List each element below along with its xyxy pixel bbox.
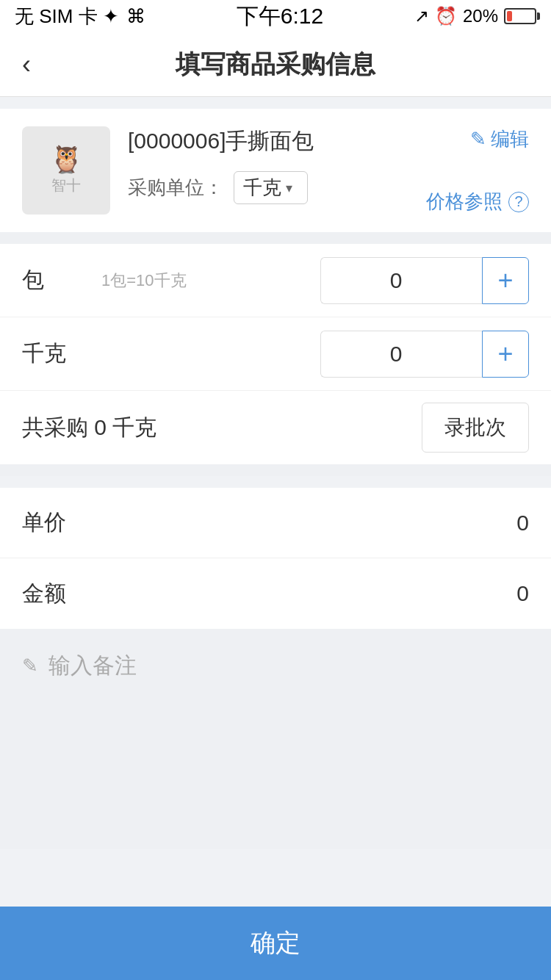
amount-value: 0 [516,581,529,606]
status-bar: 无 SIM 卡 ✦ ⌘ 下午6:12 ↗ ⏰ 20% [0,0,551,32]
kg-plus-button[interactable]: + [482,331,529,378]
unit-price-value: 0 [516,511,529,536]
summary-row: 共采购 0 千克 录批次 [0,391,551,464]
status-left: 无 SIM 卡 ✦ ⌘ [15,4,145,29]
unit-value: 千克 [243,175,281,201]
pack-plus-button[interactable]: + [482,257,529,304]
battery-icon [504,8,536,24]
pencil-icon: ✎ [22,655,38,677]
wifi-icon: ⌘ [126,5,145,28]
remark-placeholder[interactable]: 输入备注 [48,651,137,681]
price-ref-label: 价格参照 [426,189,503,215]
input-section: 包 1包=10千克 + 千克 + [0,244,551,391]
kg-label: 千克 [22,339,96,369]
pack-input-right: + [320,257,529,304]
divider-2 [0,464,551,476]
confirm-button[interactable]: 确定 [0,907,551,980]
price-ref-button[interactable]: 价格参照 ? [426,189,529,215]
remark-section: ✎ 输入备注 [0,629,551,849]
edit-label: 编辑 [491,126,529,152]
pack-sublabel: 1包=10千克 [101,270,187,292]
alarm-icon: ⏰ [435,6,457,26]
price-amount-section: 单价 0 金额 0 [0,488,551,629]
unit-select[interactable]: 千克 ▾ [234,171,308,204]
location-icon: ↗ [414,6,429,26]
unit-select-arrow: ▾ [286,180,292,196]
page-title: 填写商品采购信息 [176,48,375,82]
amount-label: 金额 [22,579,66,609]
pack-quantity-input[interactable] [320,257,482,304]
nav-bar: ‹ 填写商品采购信息 [0,32,551,97]
product-card: 🦉 智十 [0000006]手撕面包 采购单位： 千克 ▾ ✎ 编辑 价格参照 … [0,109,551,232]
owl-icon: 🦉 [50,146,83,173]
kg-input-right: + [320,331,529,378]
confirm-button-label: 确定 [251,926,300,960]
unit-price-row: 单价 0 [0,488,551,558]
unit-price-label: 单价 [22,508,66,538]
pack-input-row: 包 1包=10千克 + [0,244,551,317]
kg-quantity-input[interactable] [320,331,482,378]
product-image: 🦉 智十 [22,126,110,215]
help-icon: ? [508,192,529,212]
kg-input-row: 千克 + [0,317,551,391]
owl-text: 智十 [51,176,81,195]
divider-1 [0,232,551,244]
status-time: 下午6:12 [237,1,323,32]
pack-label: 包 [22,265,96,295]
battery-label: 20% [463,6,498,26]
unit-label: 采购单位： [128,175,223,201]
edit-icon: ✎ [470,128,486,151]
product-name: [0000006]手撕面包 [128,126,529,156]
remark-row: ✎ 输入备注 [22,651,529,681]
status-right: ↗ ⏰ 20% [414,6,536,26]
no-sim-label: 无 SIM 卡 ✦ [15,4,119,29]
amount-row: 金额 0 [0,558,551,629]
summary-text: 共采购 0 千克 [22,413,156,443]
record-batch-button[interactable]: 录批次 [422,403,529,453]
back-button[interactable]: ‹ [22,49,31,80]
edit-button[interactable]: ✎ 编辑 [470,126,529,152]
